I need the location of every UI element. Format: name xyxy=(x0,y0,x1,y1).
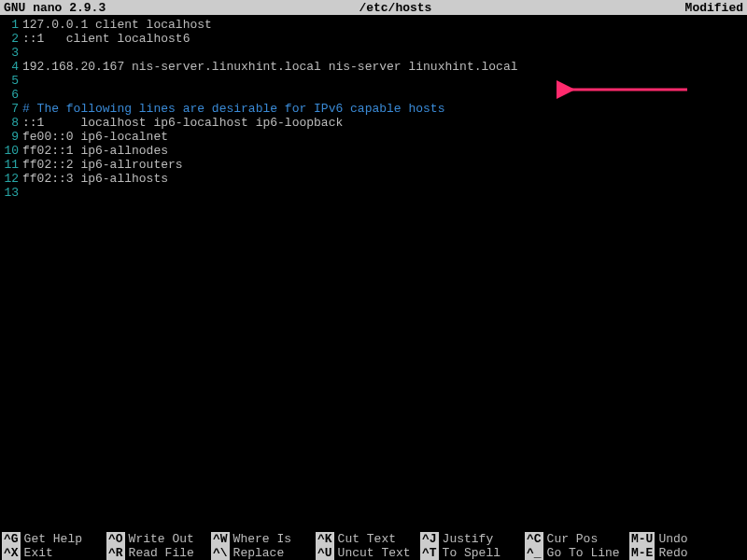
editor-line[interactable]: 1127.0.0.1 client localhost xyxy=(0,18,747,32)
line-number: 2 xyxy=(0,32,19,46)
shortcut-label: Go To Line xyxy=(547,546,620,560)
shortcut-key: ^T xyxy=(420,546,439,560)
shortcut-item[interactable]: ^\Replace xyxy=(211,546,316,560)
line-text[interactable]: 192.168.20.167 nis-server.linuxhint.loca… xyxy=(22,60,747,74)
shortcut-label: Uncut Text xyxy=(338,546,411,560)
shortcut-key: ^K xyxy=(316,532,334,546)
shortcut-key: ^_ xyxy=(525,546,543,560)
shortcut-key: M-E xyxy=(629,546,655,560)
shortcut-key: ^U xyxy=(316,546,334,560)
shortcut-key: ^G xyxy=(2,532,21,546)
shortcut-item[interactable]: ^OWrite Out xyxy=(106,532,211,546)
editor-line[interactable]: 8::1 localhost ip6-localhost ip6-loopbac… xyxy=(0,116,747,130)
shortcut-label: Exit xyxy=(24,546,53,560)
line-text[interactable]: ff02::1 ip6-allnodes xyxy=(22,144,747,158)
editor-content[interactable]: 1127.0.0.1 client localhost2::1 client l… xyxy=(0,15,747,200)
shortcut-item[interactable]: ^WWhere Is xyxy=(211,532,316,546)
shortcut-item[interactable]: ^CCur Pos xyxy=(525,532,629,546)
shortcut-item[interactable]: ^KCut Text xyxy=(316,532,420,546)
shortcut-label: Justify xyxy=(443,532,494,546)
line-text[interactable]: ::1 localhost ip6-localhost ip6-loopback xyxy=(22,116,747,130)
shortcut-item[interactable]: ^JJustify xyxy=(420,532,525,546)
editor-line[interactable]: 9fe00::0 ip6-localnet xyxy=(0,130,747,144)
shortcut-item[interactable]: ^GGet Help xyxy=(2,532,106,546)
shortcut-label: Cur Pos xyxy=(547,532,599,546)
editor-header: GNU nano 2.9.3 /etc/hosts Modified xyxy=(0,0,747,15)
editor-line[interactable]: 10ff02::1 ip6-allnodes xyxy=(0,144,747,158)
line-text[interactable] xyxy=(22,186,747,200)
editor-line[interactable]: 11ff02::2 ip6-allrouters xyxy=(0,158,747,172)
shortcut-label: Write Out xyxy=(129,532,194,546)
editor-status: Modified xyxy=(685,1,743,15)
line-text[interactable]: 127.0.0.1 client localhost xyxy=(22,18,747,32)
line-text[interactable]: ff02::3 ip6-allhosts xyxy=(22,172,747,186)
shortcut-item[interactable]: M-ERedo xyxy=(629,546,712,560)
line-number: 9 xyxy=(0,130,19,144)
shortcut-label: Where Is xyxy=(233,532,291,546)
line-text[interactable] xyxy=(22,46,747,60)
line-number: 3 xyxy=(0,46,19,60)
line-text[interactable]: # The following lines are desirable for … xyxy=(22,102,747,116)
line-number: 4 xyxy=(0,60,19,74)
editor-line[interactable]: 2::1 client localhost6 xyxy=(0,32,747,46)
shortcut-key: ^C xyxy=(525,532,543,546)
file-path: /etc/hosts xyxy=(106,1,684,15)
line-text[interactable] xyxy=(22,88,747,102)
shortcut-label: To Spell xyxy=(443,546,500,560)
shortcut-key: ^J xyxy=(420,532,439,546)
line-text[interactable]: fe00::0 ip6-localnet xyxy=(22,130,747,144)
editor-line[interactable]: 5 xyxy=(0,74,747,88)
line-number: 8 xyxy=(0,116,19,130)
shortcut-item[interactable]: ^_Go To Line xyxy=(525,546,629,560)
shortcut-item[interactable]: ^TTo Spell xyxy=(420,546,525,560)
shortcut-row-1: ^GGet Help^OWrite Out^WWhere Is^KCut Tex… xyxy=(0,532,747,546)
shortcut-item[interactable]: M-UUndo xyxy=(629,532,712,546)
line-text[interactable]: ff02::2 ip6-allrouters xyxy=(22,158,747,172)
shortcut-row-2: ^XExit^RRead File^\Replace^UUncut Text^T… xyxy=(0,546,747,560)
shortcut-label: Cut Text xyxy=(338,532,396,546)
shortcut-item[interactable]: ^UUncut Text xyxy=(316,546,420,560)
line-text[interactable] xyxy=(22,74,747,88)
editor-line[interactable]: 13 xyxy=(0,186,747,200)
editor-line[interactable]: 3 xyxy=(0,46,747,60)
app-version: GNU nano 2.9.3 xyxy=(4,1,106,15)
shortcut-key: ^R xyxy=(106,546,125,560)
shortcut-item[interactable]: ^XExit xyxy=(2,546,106,560)
line-number: 13 xyxy=(0,186,19,200)
line-number: 10 xyxy=(0,144,19,158)
line-number: 6 xyxy=(0,88,19,102)
line-number: 1 xyxy=(0,18,19,32)
line-number: 5 xyxy=(0,74,19,88)
editor-line[interactable]: 6 xyxy=(0,88,747,102)
shortcut-key: ^W xyxy=(211,532,230,546)
shortcut-label: Replace xyxy=(233,546,285,560)
shortcut-key: ^O xyxy=(106,532,125,546)
line-number: 11 xyxy=(0,158,19,172)
shortcut-label: Get Help xyxy=(24,532,82,546)
shortcut-label: Undo xyxy=(658,532,687,546)
shortcut-key: ^X xyxy=(2,546,21,560)
editor-line[interactable]: 4192.168.20.167 nis-server.linuxhint.loc… xyxy=(0,60,747,74)
editor-line[interactable]: 7# The following lines are desirable for… xyxy=(0,102,747,116)
editor-line[interactable]: 12ff02::3 ip6-allhosts xyxy=(0,172,747,186)
shortcut-menu: ^GGet Help^OWrite Out^WWhere Is^KCut Tex… xyxy=(0,532,747,560)
shortcut-label: Redo xyxy=(658,546,687,560)
shortcut-key: ^\ xyxy=(211,546,230,560)
shortcut-key: M-U xyxy=(629,532,655,546)
shortcut-item[interactable]: ^RRead File xyxy=(106,546,211,560)
line-text[interactable]: ::1 client localhost6 xyxy=(22,32,747,46)
line-number: 7 xyxy=(0,102,19,116)
line-number: 12 xyxy=(0,172,19,186)
shortcut-label: Read File xyxy=(129,546,194,560)
